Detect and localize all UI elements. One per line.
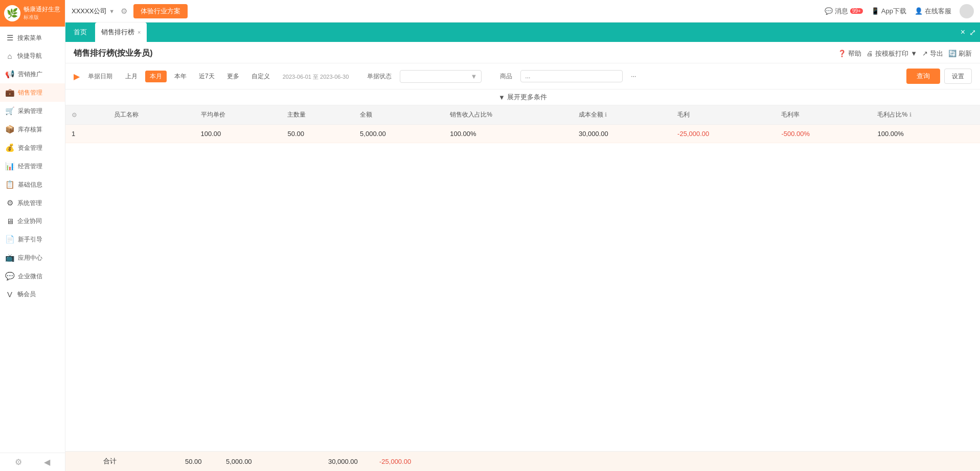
- app-download-label: App下载: [881, 7, 906, 16]
- tab-home-label: 首页: [74, 28, 87, 37]
- template-print-button[interactable]: 🖨 按模板打印 ▼: [867, 49, 917, 58]
- goods-more-icon[interactable]: ···: [631, 73, 636, 80]
- table-footer: 合计 50.00 5,000.00 30,000.00 -25,000.00: [65, 451, 980, 471]
- sidebar-item-6[interactable]: 💰资金管理: [0, 139, 65, 157]
- page-header: 销售排行榜(按业务员) ❓ 帮助 🖨 按模板打印 ▼ ↗ 导出 🔄 刷新: [65, 42, 980, 63]
- sidebar-item-2[interactable]: 📢营销推广: [0, 65, 65, 83]
- help-label: 帮助: [848, 49, 861, 58]
- sidebar-collapse-icon[interactable]: ◀: [44, 457, 50, 467]
- print-icon: 🖨: [867, 50, 873, 57]
- sidebar-icon-14: V: [5, 290, 14, 299]
- th-sales-ratio: 销售收入占比%: [444, 105, 573, 125]
- export-icon: ↗: [922, 50, 928, 57]
- tabbar-right: × ⤢: [961, 28, 980, 37]
- trial-button[interactable]: 体验行业方案: [133, 4, 188, 18]
- td-sales-ratio: 100.00%: [444, 125, 573, 143]
- sidebar-item-5[interactable]: 📦库存核算: [0, 120, 65, 139]
- sidebar-item-0[interactable]: ☰搜索菜单: [0, 29, 65, 47]
- expand-row: ▼ 展开更多条件: [65, 89, 980, 105]
- sidebar-item-11[interactable]: 📄新手引导: [0, 230, 65, 249]
- data-table: ⚙ 员工名称 平均单价 主数量 全额 销售收入占比% 成本全额 ℹ 毛利 毛利率…: [65, 105, 980, 143]
- table-header-row: ⚙ 员工名称 平均单价 主数量 全额 销售收入占比% 成本全额 ℹ 毛利 毛利率…: [65, 105, 980, 125]
- app-download-icon: 📱: [871, 7, 879, 15]
- footer-main-qty: 50.00: [179, 458, 220, 465]
- th-avg-price: 平均单价: [195, 105, 282, 125]
- goods-input[interactable]: [525, 73, 618, 80]
- td-name: [108, 125, 195, 143]
- app-download-button[interactable]: 📱 App下载: [871, 7, 906, 16]
- template-print-label: 按模板打印: [875, 49, 908, 58]
- sidebar-icon-0: ☰: [5, 33, 14, 42]
- sidebar-item-1[interactable]: ⌂快捷导航: [0, 47, 65, 65]
- message-icon: 💬: [825, 7, 833, 15]
- td-profit-ratio: 100.00%: [871, 125, 980, 143]
- settings-button[interactable]: 设置: [944, 69, 972, 84]
- company-name: XXXXX公司: [72, 7, 107, 16]
- tab-close-icon[interactable]: ×: [138, 29, 141, 35]
- page-actions: ❓ 帮助 🖨 按模板打印 ▼ ↗ 导出 🔄 刷新: [838, 49, 972, 58]
- sidebar-icon-10: 🖥: [5, 217, 14, 226]
- company-selector[interactable]: XXXXX公司 ▼: [72, 7, 115, 16]
- sidebar-item-3[interactable]: 💼销售管理: [0, 83, 65, 102]
- sidebar-settings-icon[interactable]: ⚙: [15, 457, 22, 467]
- query-button[interactable]: 查询: [906, 69, 940, 84]
- filter-collapse-icon[interactable]: ▶: [74, 72, 80, 81]
- refresh-button[interactable]: 🔄 刷新: [948, 49, 972, 58]
- message-badge: 99+: [850, 8, 863, 14]
- custom-date-btn[interactable]: 自定义: [247, 71, 275, 82]
- this-month-btn[interactable]: 本月: [145, 71, 167, 82]
- th-cost: 成本全额 ℹ: [573, 105, 671, 125]
- sidebar-item-9[interactable]: ⚙系统管理: [0, 194, 65, 212]
- message-button[interactable]: 💬 消息 99+: [825, 7, 863, 16]
- td-cost: 30,000.00: [573, 125, 671, 143]
- export-button[interactable]: ↗ 导出: [922, 49, 943, 58]
- prev-month-btn[interactable]: 上月: [121, 71, 142, 82]
- td-index: 1: [65, 125, 108, 143]
- window-close-icon[interactable]: ×: [961, 28, 965, 37]
- this-year-btn[interactable]: 本年: [170, 71, 191, 82]
- export-label: 导出: [930, 49, 943, 58]
- table-settings-icon[interactable]: ⚙: [72, 111, 77, 119]
- logo-text: 畅康通好生意: [24, 6, 60, 14]
- refresh-icon: 🔄: [948, 50, 956, 57]
- sidebar-item-10[interactable]: 🖥企业协同: [0, 212, 65, 230]
- sidebar-item-4[interactable]: 🛒采购管理: [0, 102, 65, 120]
- sidebar-icon-6: 💰: [5, 143, 15, 152]
- sidebar-item-14[interactable]: V畅会员: [0, 285, 65, 303]
- sidebar-item-13[interactable]: 💬企业微信: [0, 267, 65, 285]
- th-settings: ⚙: [65, 105, 108, 125]
- sidebar-icon-5: 📦: [5, 125, 15, 134]
- expand-button[interactable]: ▼ 展开更多条件: [498, 93, 547, 102]
- tab-home[interactable]: 首页: [65, 23, 95, 42]
- more-date-btn[interactable]: 更多: [222, 71, 244, 82]
- sidebar: 🌿 畅康通好生意 标准版 ☰搜索菜单⌂快捷导航📢营销推广💼销售管理🛒采购管理📦库…: [0, 0, 65, 471]
- table-wrap: ⚙ 员工名称 平均单价 主数量 全额 销售收入占比% 成本全额 ℹ 毛利 毛利率…: [65, 105, 980, 451]
- last7-btn[interactable]: 近7天: [194, 71, 219, 82]
- company-chevron-icon: ▼: [109, 8, 115, 14]
- avatar[interactable]: [960, 4, 974, 18]
- date-filter-label: 单据日期: [88, 72, 112, 81]
- help-button[interactable]: ❓ 帮助: [838, 49, 861, 58]
- footer-profit: -25,000.00: [373, 458, 424, 465]
- refresh-label: 刷新: [959, 49, 972, 58]
- tab-sales-ranking[interactable]: 销售排行榜 ×: [95, 23, 147, 42]
- sidebar-icon-4: 🛒: [5, 106, 15, 116]
- topbar-settings-icon[interactable]: ⚙: [121, 7, 127, 16]
- window-restore-icon[interactable]: ⤢: [969, 28, 976, 37]
- sidebar-icon-2: 📢: [5, 70, 15, 79]
- sidebar-item-7[interactable]: 📊经营管理: [0, 157, 65, 175]
- sidebar-item-12[interactable]: 📺应用中心: [0, 249, 65, 267]
- topbar-right: 💬 消息 99+ 📱 App下载 👤 在线客服: [825, 4, 974, 18]
- sidebar-item-8[interactable]: 📋基础信息: [0, 175, 65, 194]
- td-main-qty: 50.00: [281, 125, 354, 143]
- sidebar-icon-3: 💼: [5, 88, 15, 97]
- status-select[interactable]: ▼: [400, 70, 482, 83]
- online-service-button[interactable]: 👤 在线客服: [915, 7, 951, 16]
- goods-filter-label: 商品: [500, 72, 512, 81]
- td-profit-rate: -500.00%: [775, 125, 871, 143]
- logo-icon: 🌿: [4, 5, 20, 21]
- status-chevron-icon: ▼: [470, 73, 477, 80]
- sidebar-icon-13: 💬: [5, 272, 15, 281]
- date-range-display: 2023-06-01 至 2023-06-30: [283, 73, 349, 81]
- sidebar-bottom: ⚙ ◀: [0, 453, 65, 471]
